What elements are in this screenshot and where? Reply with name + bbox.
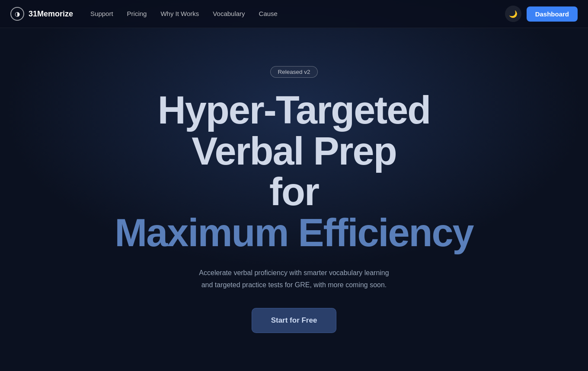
nav-right: 🌙 Dashboard — [505, 6, 578, 22]
hero-subtitle-line2: and targeted practice tests for GRE, wit… — [201, 281, 387, 289]
hero-title: Hyper-Targeted Verbal Prep for Maximum E… — [99, 90, 489, 253]
release-badge: Released v2 — [270, 66, 317, 78]
hero-section: Released v2 Hyper-Targeted Verbal Prep f… — [0, 0, 588, 371]
hero-subtitle-line1: Accelerate verbal proficiency with smart… — [199, 269, 389, 276]
dashboard-button[interactable]: Dashboard — [527, 6, 578, 22]
nav-link-why-it-works[interactable]: Why It Works — [160, 10, 199, 17]
hero-subtitle: Accelerate verbal proficiency with smart… — [199, 267, 389, 290]
brand-link[interactable]: ◑ 31Memorize — [10, 7, 73, 21]
nav-links: SupportPricingWhy It WorksVocabularyCaus… — [90, 10, 278, 18]
brand-icon: ◑ — [10, 7, 24, 21]
hero-inner: Released v2 Hyper-Targeted Verbal Prep f… — [99, 66, 489, 333]
hero-title-line2: for — [269, 170, 319, 213]
nav-link-support[interactable]: Support — [90, 10, 113, 17]
nav-link-vocabulary[interactable]: Vocabulary — [213, 10, 245, 17]
hero-title-line1: Hyper-Targeted Verbal Prep — [158, 89, 430, 173]
navbar: ◑ 31Memorize SupportPricingWhy It WorksV… — [0, 0, 588, 28]
hero-title-line3: Maximum Efficiency — [115, 211, 473, 254]
nav-left: ◑ 31Memorize SupportPricingWhy It WorksV… — [10, 7, 278, 21]
brand-name: 31Memorize — [29, 10, 73, 19]
cta-button[interactable]: Start for Free — [252, 308, 337, 333]
nav-link-cause[interactable]: Cause — [259, 10, 278, 17]
theme-toggle-button[interactable]: 🌙 — [505, 6, 521, 22]
nav-link-pricing[interactable]: Pricing — [127, 10, 147, 17]
moon-icon: 🌙 — [509, 10, 518, 18]
